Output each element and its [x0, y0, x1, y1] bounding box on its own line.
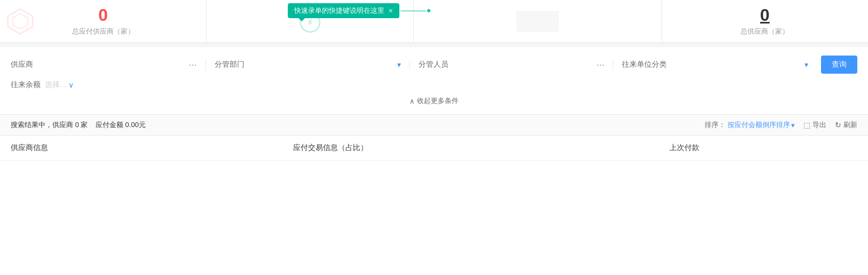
collapse-label: 收起更多条件 [417, 96, 459, 106]
results-prefix: 搜索结果中，供应商 [11, 121, 73, 129]
tooltip-text: 快速录单的快捷键说明在这里 [294, 6, 384, 15]
unit-input[interactable] [671, 60, 802, 69]
collapse-button[interactable]: ∧ 收起更多条件 [401, 94, 467, 108]
total-suppliers-label: 总供应商（家） [740, 27, 789, 36]
col-supplier-info: 供应商信息 [11, 143, 293, 153]
tooltip-line [400, 11, 427, 11]
stat-total-payable-suppliers: 0 总应付供应商（家） [0, 0, 207, 42]
filter-person: 分管人员 ··· [419, 59, 614, 70]
amount-label: 应付金额 [96, 121, 123, 129]
dept-input[interactable] [249, 60, 395, 69]
export-icon: ⬚ [803, 121, 810, 129]
svg-text:¥: ¥ [308, 18, 312, 26]
sort-container: 排序： 按应付会额倒序排序 ▾ [705, 120, 795, 130]
dept-label: 分管部门 [215, 60, 244, 69]
unit-label: 往来单位分类 [622, 60, 667, 69]
results-bar: 搜索结果中，供应商 0 家 应付金额 0.00元 排序： 按应付会额倒序排序 ▾… [0, 115, 868, 136]
filter-row-1: 供应商 ··· 分管部门 ▾ 分管人员 ··· 往来单位分类 ▾ [11, 56, 857, 74]
filter-supplier: 供应商 ··· [11, 59, 206, 70]
results-actions: 排序： 按应付会额倒序排序 ▾ ⬚ 导出 ↻ 刷新 [705, 120, 857, 130]
person-label: 分管人员 [419, 60, 448, 69]
filter-dept: 分管部门 ▾ [215, 60, 410, 69]
sort-label: 排序： [705, 120, 725, 130]
balance-label: 往来余额 [11, 80, 41, 90]
person-input[interactable] [453, 60, 595, 69]
tooltip-close-icon[interactable]: × [389, 6, 393, 15]
person-dots-icon[interactable]: ··· [596, 59, 604, 70]
balance-arrow-icon[interactable]: ∨ [68, 81, 74, 89]
col-payable-info: 应付交易信息（占比） [293, 143, 669, 153]
sort-value[interactable]: 按应付会额倒序排序 ▾ [728, 120, 795, 130]
total-payable-suppliers-number: 0 [98, 6, 108, 23]
refresh-label: 刷新 [843, 120, 857, 130]
stats-bar: 0 总应付供应商（家） ¥ 快速录单的快捷键说明在这里 × [0, 0, 868, 43]
refresh-icon: ↻ [835, 121, 841, 129]
query-button[interactable]: 查询 [821, 56, 857, 74]
supplier-count: 0 [75, 121, 79, 129]
filter-unit: 往来单位分类 ▾ [622, 60, 817, 69]
total-payable-suppliers-label: 总应付供应商（家） [72, 27, 135, 36]
dept-arrow-icon[interactable]: ▾ [397, 60, 401, 69]
results-mid: 家 [81, 121, 88, 129]
balance-placeholder: 选择... [45, 80, 66, 90]
stat-payable-total: ¥ 快速录单的快捷键说明在这里 × [207, 0, 413, 42]
tooltip-dot [426, 8, 431, 13]
stat-total-suppliers: 0 总供应商（家） [662, 0, 868, 42]
table-body [0, 161, 868, 275]
sort-text: 按应付会额倒序排序 [728, 120, 790, 130]
total-suppliers-number: 0 [760, 6, 770, 23]
supplier-input[interactable] [37, 60, 187, 69]
export-button[interactable]: ⬚ 导出 [803, 120, 826, 130]
filter-balance: 往来余额 选择... ∨ [11, 80, 117, 90]
filter-row-2: 往来余额 选择... ∨ [11, 80, 857, 90]
diamond-icon [5, 6, 35, 36]
svg-marker-1 [13, 14, 28, 29]
amount-value: 0.00元 [125, 121, 146, 129]
sort-arrow-icon: ▾ [791, 121, 795, 129]
supplier-label: 供应商 [11, 60, 33, 69]
filter-section: 供应商 ··· 分管部门 ▾ 分管人员 ··· 往来单位分类 ▾ [0, 47, 868, 115]
table-header: 供应商信息 应付交易信息（占比） 上次付款 [0, 136, 868, 161]
tooltip-bubble: 快速录单的快捷键说明在这里 × [288, 3, 399, 18]
export-label: 导出 [812, 120, 826, 130]
unit-arrow-icon[interactable]: ▾ [804, 60, 808, 69]
refresh-button[interactable]: ↻ 刷新 [835, 120, 857, 130]
collapse-icon: ∧ [409, 97, 415, 105]
results-info: 搜索结果中，供应商 0 家 应付金额 0.00元 [11, 120, 146, 130]
svg-marker-0 [8, 9, 33, 34]
col-last-payment: 上次付款 [669, 143, 857, 153]
stat-blank [414, 0, 662, 42]
supplier-dots-icon[interactable]: ··· [189, 59, 197, 70]
collapse-row: ∧ 收起更多条件 [11, 94, 857, 108]
